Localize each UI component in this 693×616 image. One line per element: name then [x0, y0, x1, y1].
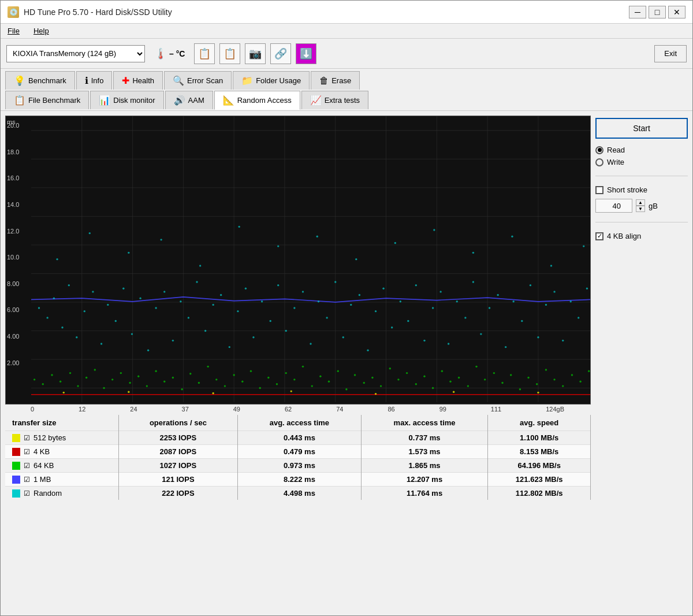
svg-point-42 — [212, 304, 214, 306]
drive-selector[interactable]: KIOXIA TransMemory (124 gB) — [6, 45, 145, 62]
tab-error-scan[interactable]: 🔍 Error Scan — [164, 71, 232, 90]
svg-point-29 — [107, 304, 109, 306]
svg-point-136 — [311, 385, 313, 387]
stroke-spinbox[interactable] — [595, 199, 632, 213]
radio-read-label: Read — [607, 146, 625, 154]
svg-point-57 — [334, 281, 336, 283]
svg-point-77 — [497, 294, 498, 296]
short-stroke-label: Short stroke — [607, 185, 647, 194]
svg-point-35 — [155, 307, 157, 309]
col-header-transfer-size: transfer size — [5, 415, 118, 431]
health-icon: ✚ — [122, 75, 129, 86]
svg-point-60 — [359, 294, 360, 296]
svg-point-154 — [467, 385, 469, 387]
chart-container: ms 20.0 18.0 16.0 14.0 12.0 10.0 8.00 6.… — [5, 116, 591, 405]
svg-point-111 — [94, 369, 96, 370]
checkbox-short-stroke[interactable]: Short stroke — [595, 185, 688, 194]
info-icon: ℹ — [85, 75, 88, 86]
close-button[interactable]: ✕ — [668, 6, 685, 18]
chart-svg — [31, 116, 590, 402]
cell-max-access-2: 1.865 ms — [361, 459, 488, 473]
tab-aam[interactable]: 🔊 AAM — [165, 91, 213, 109]
table-row: ☑ 1 MB 121 IOPS 8.222 ms 12.207 ms 121.6… — [5, 473, 591, 487]
radio-write-circle — [595, 158, 603, 166]
tab-info[interactable]: ℹ Info — [76, 71, 113, 90]
svg-point-130 — [259, 387, 261, 389]
color-swatch-1 — [12, 448, 20, 456]
svg-point-56 — [326, 317, 327, 318]
svg-point-159 — [510, 374, 512, 376]
tab-file-benchmark[interactable]: 📋 File Benchmark — [5, 91, 89, 109]
tab-folder-usage-label: Folder Usage — [256, 76, 301, 85]
checkbox-4kb-align[interactable]: 4 KB align — [595, 232, 688, 240]
svg-point-110 — [85, 377, 87, 378]
toolbar-btn-2[interactable]: 📋 — [219, 43, 240, 64]
aam-icon: 🔊 — [174, 95, 185, 106]
align-label: 4 KB align — [607, 232, 641, 240]
svg-point-65 — [400, 300, 401, 302]
cell-max-access-1: 1.573 ms — [361, 445, 488, 459]
svg-point-115 — [129, 382, 131, 384]
svg-point-176 — [537, 392, 539, 394]
svg-point-94 — [238, 226, 240, 228]
svg-point-21 — [46, 317, 48, 318]
svg-point-74 — [472, 281, 474, 283]
svg-point-132 — [276, 383, 278, 385]
toolbar-btn-download[interactable]: ⬇️ — [296, 43, 316, 64]
svg-point-44 — [229, 346, 230, 348]
menu-help[interactable]: Help — [31, 25, 51, 36]
tab-erase[interactable]: 🗑 Erase — [311, 71, 360, 90]
menu-bar: File Help — [1, 24, 692, 39]
tab-extra-tests[interactable]: 📈 Extra tests — [301, 91, 368, 109]
sidebar: Start Read Write Short stroke — [595, 116, 688, 611]
svg-point-62 — [375, 310, 377, 312]
random-access-icon: 📐 — [223, 95, 234, 106]
menu-file[interactable]: File — [5, 25, 22, 36]
svg-point-79 — [512, 300, 514, 302]
svg-point-82 — [537, 336, 539, 338]
tab-health[interactable]: ✚ Health — [113, 71, 163, 90]
chart-area: ms 20.0 18.0 16.0 14.0 12.0 10.0 8.00 6.… — [5, 116, 591, 611]
tab-folder-usage[interactable]: 📁 Folder Usage — [233, 71, 310, 90]
svg-point-109 — [77, 385, 79, 387]
exit-button[interactable]: Exit — [654, 45, 687, 62]
spin-down-button[interactable]: ▼ — [636, 206, 645, 212]
svg-point-117 — [146, 385, 148, 387]
cell-ops-0: 2253 IOPS — [118, 431, 237, 445]
toolbar-btn-4[interactable]: 🔗 — [270, 43, 291, 64]
radio-write[interactable]: Write — [595, 158, 688, 166]
svg-point-113 — [111, 378, 113, 380]
svg-point-157 — [493, 372, 495, 374]
svg-point-118 — [155, 370, 157, 372]
svg-point-150 — [432, 387, 434, 389]
svg-point-98 — [394, 242, 396, 244]
svg-point-38 — [180, 300, 181, 302]
svg-point-80 — [521, 320, 523, 322]
short-stroke-checkbox — [595, 186, 603, 194]
cell-avg-speed-3: 121.623 MB/s — [488, 473, 591, 487]
error-scan-icon: 🔍 — [173, 75, 184, 86]
svg-point-153 — [458, 377, 460, 378]
align-checkbox — [595, 232, 603, 240]
start-button[interactable]: Start — [595, 118, 688, 139]
radio-read[interactable]: Read — [595, 146, 688, 154]
cell-avg-access-2: 0.973 ms — [238, 459, 362, 473]
minimize-button[interactable]: ─ — [629, 6, 646, 18]
folder-usage-icon: 📁 — [241, 75, 253, 86]
cell-max-access-4: 11.764 ms — [361, 487, 488, 500]
tab-benchmark[interactable]: 💡 Benchmark — [5, 71, 75, 90]
svg-point-90 — [89, 232, 91, 234]
svg-point-92 — [160, 239, 162, 240]
title-bar: 💿 HD Tune Pro 5.70 - Hard Disk/SSD Utili… — [1, 1, 692, 24]
tab-random-access[interactable]: 📐 Random Access — [214, 91, 300, 110]
spin-up-button[interactable]: ▲ — [636, 199, 645, 206]
svg-point-59 — [350, 304, 352, 306]
tab-disk-monitor[interactable]: 📊 Disk monitor — [90, 91, 163, 109]
svg-point-175 — [453, 391, 454, 393]
toolbar-btn-3[interactable]: 📷 — [245, 43, 266, 64]
svg-point-164 — [553, 378, 555, 380]
cell-avg-access-3: 8.222 ms — [238, 473, 362, 487]
toolbar-btn-1[interactable]: 📋 — [194, 43, 215, 64]
svg-point-99 — [433, 229, 435, 231]
maximize-button[interactable]: □ — [649, 6, 666, 18]
